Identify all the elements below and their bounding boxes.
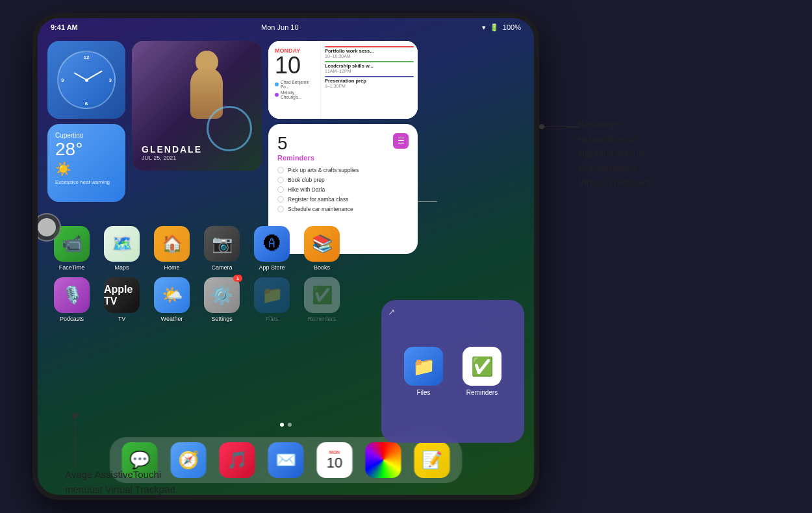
- dock-photos[interactable]: [362, 442, 405, 478]
- podcasts-label: Podcasts: [60, 316, 84, 322]
- folder-overlay[interactable]: ↗ 📁 Files ✅ Reminders: [381, 300, 524, 443]
- app-row-1: 📹 FaceTime 🗺️ Maps 🏠 Home 📷 Camera 🅐: [47, 223, 524, 274]
- attendee-1: Chad Benjamin Po...: [281, 80, 314, 89]
- assistive-touch-inner: [38, 218, 56, 236]
- maps-label: Maps: [114, 264, 129, 271]
- music-widget[interactable]: GLENDALE JUL 25, 2021: [132, 41, 262, 171]
- clock-widget[interactable]: 12 3 6 9: [47, 41, 125, 119]
- reminder-text-3: Hike with Darla: [288, 186, 325, 193]
- clock-center: [85, 79, 88, 82]
- weather-widget[interactable]: Cupertino 28° ☀️ Excessive heat warning: [47, 124, 125, 202]
- cal-event-2: Leadership skills w... 11AM–12PM: [325, 61, 414, 73]
- reminder-circle-4: [277, 196, 284, 203]
- app-appstore[interactable]: 🅐 App Store: [251, 226, 293, 271]
- reminder-circle-2: [277, 177, 284, 183]
- app-books[interactable]: 📚 Books: [301, 226, 343, 271]
- battery-percent: 100%: [503, 23, 521, 31]
- calendar-widget[interactable]: MONDAY 10 Chad Benjamin Po... Melody Che…: [268, 41, 418, 119]
- dock-mail[interactable]: ✉️: [265, 442, 307, 478]
- cal-event-time-3: 1–1:30PM: [325, 84, 414, 88]
- app-maps[interactable]: 🗺️ Maps: [101, 226, 143, 271]
- dock-notes[interactable]: 📝: [411, 442, 453, 478]
- app-camera[interactable]: 📷 Camera: [201, 226, 243, 271]
- reminder-text-2: Book club prep: [288, 177, 325, 183]
- app-weather[interactable]: 🌤️ Weather: [151, 277, 193, 322]
- cal-event-bar-2: [325, 61, 414, 62]
- books-label: Books: [314, 264, 330, 271]
- reminder-circle-3: [277, 186, 284, 193]
- reminder-item-1: Pick up arts & crafts supplies: [277, 167, 409, 173]
- folder-files-icon: 📁: [404, 347, 443, 386]
- ipad-frame: 9:41 AM Mon Jun 10 ▾ 🔋 100% 12 3 6 9: [32, 13, 539, 500]
- cal-event-title-1: Portfolio work sess...: [325, 48, 414, 54]
- music-city: GLENDALE: [142, 144, 202, 155]
- ipad-screen: 9:41 AM Mon Jun 10 ▾ 🔋 100% 12 3 6 9: [38, 18, 534, 495]
- files-placeholder-icon: 📁: [254, 277, 290, 313]
- reminder-item-2: Book club prep: [277, 177, 409, 183]
- music-icon: 🎵: [220, 442, 255, 478]
- folder-apps-row: 📁 Files ✅ Reminders: [404, 347, 501, 396]
- settings-label: Settings: [211, 316, 233, 322]
- weather-description: Excessive heat warning: [55, 179, 118, 186]
- annotation-right-dot: [539, 124, 544, 129]
- app-podcasts[interactable]: 🎙️ Podcasts: [51, 277, 93, 322]
- reminders-app-placeholder-icon: ✅: [304, 277, 340, 313]
- widgets-area: 12 3 6 9 Cupertino 28° ☀️ Excessive heat…: [47, 41, 524, 216]
- reminders-pointer: [418, 201, 437, 202]
- folder-reminders-label: Reminders: [466, 389, 498, 396]
- app-home[interactable]: 🏠 Home: [151, 226, 193, 271]
- annotation-bottom-line: [75, 416, 75, 468]
- reminder-item-5: Schedule car maintenance: [277, 206, 409, 212]
- mail-icon: ✉️: [268, 442, 304, 478]
- calendar-left: MONDAY 10 Chad Benjamin Po... Melody Che…: [268, 41, 320, 119]
- wifi-icon: ▾: [482, 23, 486, 32]
- page-dot-2: [288, 423, 292, 427]
- folder-resize-icon: ↗: [388, 307, 396, 317]
- dock-music[interactable]: 🎵: [216, 442, 259, 478]
- reminders-count: 5: [277, 133, 409, 154]
- folder-app-files[interactable]: 📁 Files: [404, 347, 443, 396]
- reminder-circle-5: [277, 206, 284, 212]
- calendar-right: Portfolio work sess... 10–10:30AM Leader…: [320, 41, 418, 119]
- battery-icon: 🔋: [490, 23, 499, 32]
- clock-face: 12 3 6 9: [57, 51, 116, 109]
- camera-icon: 📷: [204, 226, 240, 262]
- cal-event-time-1: 10–10:30AM: [325, 54, 414, 58]
- attendee-2: Melody Cheung's...: [281, 90, 314, 99]
- reminder-text-5: Schedule car maintenance: [288, 206, 353, 212]
- dock-calendar-day: 10: [327, 456, 342, 470]
- weather-icon: ☀️: [55, 161, 118, 177]
- cal-event-bar-3: [325, 76, 414, 77]
- reminders-app-placeholder-label: Reminders: [308, 316, 336, 322]
- annotation-right-line: [539, 127, 578, 127]
- settings-icon: ⚙️ 1: [204, 277, 240, 313]
- appstore-label: App Store: [259, 264, 285, 271]
- clock-minute-hand: [86, 70, 103, 80]
- appstore-icon: 🅐: [254, 226, 290, 262]
- books-icon: 📚: [304, 226, 340, 262]
- cal-event-1: Portfolio work sess... 10–10:30AM: [325, 46, 414, 58]
- annotation-bottom-dot: [72, 413, 77, 418]
- status-date: Mon Jun 10: [261, 23, 298, 31]
- reminder-item-3: Hike with Darla: [277, 186, 409, 193]
- app-reminders-placeholder: ✅ Reminders: [301, 277, 343, 322]
- folder-app-reminders[interactable]: ✅ Reminders: [463, 347, 501, 396]
- home-icon: 🏠: [154, 226, 190, 262]
- attendee-dot-1: [275, 82, 279, 86]
- cal-event-title-2: Leadership skills w...: [325, 63, 414, 69]
- attendee-dot-2: [275, 93, 279, 97]
- maps-icon: 🗺️: [104, 226, 140, 262]
- photos-icon: [366, 442, 401, 478]
- dock-calendar[interactable]: MON 10: [314, 442, 356, 478]
- reminders-title: Reminders: [277, 154, 409, 162]
- cal-event-title-3: Presentation prep: [325, 78, 414, 84]
- tv-icon: Apple TV: [104, 277, 140, 313]
- status-icons: ▾ 🔋 100%: [482, 23, 521, 32]
- notes-icon: 📝: [414, 442, 450, 478]
- annotation-bottom-text: Avage AssistiveTouchi menüüst Virtual Tr…: [65, 468, 178, 497]
- page-dot-1: [280, 423, 284, 427]
- app-tv[interactable]: Apple TV TV: [101, 277, 143, 322]
- camera-label: Camera: [211, 264, 232, 271]
- podcasts-icon: 🎙️: [54, 277, 90, 313]
- app-settings[interactable]: ⚙️ 1 Settings: [201, 277, 243, 322]
